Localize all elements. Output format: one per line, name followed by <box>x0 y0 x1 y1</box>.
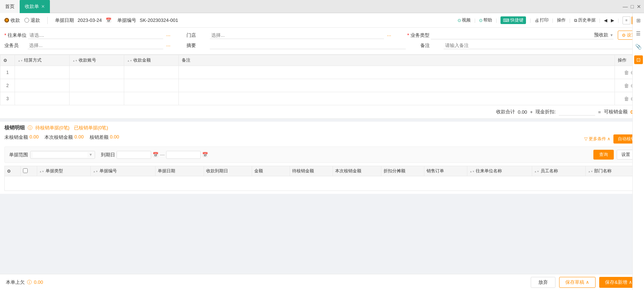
calendar-icon[interactable]: 📅 <box>106 17 111 23</box>
nav-next-btn[interactable]: ▶ <box>611 18 614 23</box>
shortcut-btn[interactable]: ⌨ 快捷键 <box>500 16 526 24</box>
abandon-btn[interactable]: 放弃 <box>531 277 555 288</box>
total-label: 收款合计 <box>496 109 515 115</box>
bth-check[interactable] <box>21 166 37 176</box>
sort-type-icon[interactable]: ▲▼ <box>39 170 44 173</box>
range-input[interactable] <box>33 152 87 157</box>
partner-more-btn[interactable]: ··· <box>165 32 172 38</box>
refund-label: 退款 <box>31 17 40 24</box>
sidebar-panel-icon[interactable]: ⊡ <box>634 55 643 64</box>
print-btn[interactable]: 🖨 打印 <box>535 17 549 23</box>
th-settings[interactable]: ⚙ <box>0 55 15 66</box>
staff-input[interactable] <box>28 42 163 49</box>
business-type-input[interactable] <box>431 32 593 39</box>
row-3-delete-icon[interactable]: 🗑 <box>624 96 629 102</box>
operation-label: 操作 <box>557 17 566 23</box>
partner-group: 往来单位 ··· <box>4 32 172 39</box>
date-to-input[interactable]: 2022-04-12 <box>166 151 201 159</box>
sort-staff-icon[interactable]: ▲▼ <box>534 170 539 173</box>
row-2-amount[interactable] <box>124 79 179 92</box>
sort-partner-icon[interactable]: ▲▼ <box>470 170 475 173</box>
range-select[interactable]: ▼ <box>30 151 95 159</box>
prev-info-icon[interactable]: ⓘ <box>27 279 32 286</box>
pending-tab[interactable]: 待核销单据(0笔) <box>35 125 70 131</box>
row-3-amount[interactable] <box>124 92 179 105</box>
sort-dept-icon[interactable]: ▲▼ <box>588 170 593 173</box>
partner-input[interactable] <box>28 32 164 39</box>
th-payment: ▲▼ 结算方式 <box>15 55 70 66</box>
th-account-label: 收款账号 <box>79 58 96 63</box>
business-type-group: 业务类型 预收款 ▼ <box>407 31 613 39</box>
receipt-radio[interactable]: 收款 <box>4 17 20 24</box>
select-all-checkbox[interactable] <box>23 168 28 173</box>
row-1-note[interactable] <box>179 66 615 79</box>
bth-sales: 销售订单 <box>424 166 467 176</box>
sidebar-list-icon[interactable]: ☰ <box>634 29 643 38</box>
verify-stats-row: 未核销金额 0.00 本次核销金额 0.00 核销差额 0.00 ▽ 更多条件 … <box>4 134 640 144</box>
prev-label: 本单上欠 <box>6 279 25 286</box>
summary-input[interactable] <box>210 42 406 49</box>
row-2-delete-icon[interactable]: 🗑 <box>624 83 629 89</box>
discount-input[interactable] <box>559 108 595 115</box>
close-icon[interactable]: ✕ <box>637 4 641 9</box>
minimize-icon[interactable]: — <box>623 4 628 9</box>
empty-cell <box>5 176 640 191</box>
row-1-account[interactable] <box>70 66 124 79</box>
sort-no-icon[interactable]: ▲▼ <box>93 170 98 173</box>
draft-arrow-icon: ∧ <box>586 279 589 285</box>
row-2-account[interactable] <box>70 79 124 92</box>
history-btn[interactable]: ⧉ 历史单据 <box>574 17 596 23</box>
operation-btn[interactable]: 操作 <box>557 17 566 23</box>
sidebar-attachment-icon[interactable]: 📎 <box>634 42 643 51</box>
maximize-icon[interactable]: □ <box>631 4 634 9</box>
tab-receipt[interactable]: 收款单 ✕ <box>20 0 50 13</box>
layout-list-btn[interactable]: ≡ <box>623 16 631 24</box>
row-3-payment[interactable] <box>15 92 70 105</box>
row-1-payment[interactable] <box>15 66 70 79</box>
date-range-dash: — <box>160 152 165 157</box>
bill-date-value: 2023-03-24 <box>78 17 102 23</box>
tab-home[interactable]: 首页 <box>0 0 20 13</box>
bth-type-label: 单据类型 <box>46 168 63 173</box>
help-btn[interactable]: ⊙ 帮助 <box>479 17 492 23</box>
date-from-icon[interactable]: 📅 <box>153 152 158 157</box>
help-label: 帮助 <box>483 17 492 23</box>
bth-settings[interactable]: ⚙ <box>5 166 21 176</box>
divider-1 <box>47 17 48 24</box>
bottom-table: ⚙ ▲▼ 单据类型 ▲▼ 单据编号 单据日期 收款到期日 <box>4 166 640 191</box>
video-btn[interactable]: ⊙ 视频 <box>458 17 471 23</box>
tab-bar: 首页 收款单 ✕ — □ ✕ <box>0 0 644 13</box>
sort-payment-icon[interactable]: ▲▼ <box>18 59 23 62</box>
row-2-note[interactable] <box>179 79 615 92</box>
row-2-payment[interactable] <box>15 79 70 92</box>
sidebar-grid-icon[interactable]: ⊞ <box>634 16 643 25</box>
shop-more-btn[interactable]: ··· <box>385 32 393 38</box>
verify-info-icon[interactable]: ⓘ <box>28 125 32 131</box>
sort-account-icon[interactable]: ▲▼ <box>72 59 78 62</box>
due-date-label: 到期日 <box>101 152 115 158</box>
more-conditions-btn[interactable]: ▽ 更多条件 ∧ <box>584 136 610 142</box>
business-type-select[interactable]: 预收款 ▼ <box>431 31 613 39</box>
row-1-amount[interactable] <box>124 66 179 79</box>
date-to-icon[interactable]: 📅 <box>202 152 208 157</box>
note-input[interactable] <box>444 42 640 49</box>
draft-btn[interactable]: 保存草稿 ∧ <box>559 277 596 288</box>
page-footer: 本单上欠 ⓘ 0.00 放弃 保存草稿 ∧ 保存&新增 ∧ <box>0 274 644 290</box>
row-num-1: 1 <box>0 66 15 79</box>
sort-amount-icon[interactable]: ▲▼ <box>127 59 132 62</box>
shop-input[interactable] <box>210 32 384 39</box>
nav-prev-btn[interactable]: ◀ <box>604 18 607 23</box>
completed-tab[interactable]: 已核销单据(0笔) <box>74 125 108 131</box>
refund-radio[interactable]: 退款 <box>24 17 40 24</box>
history-icon: ⧉ <box>574 18 577 23</box>
query-btn[interactable]: 查询 <box>593 150 614 160</box>
row-3-note[interactable] <box>179 92 615 105</box>
row-1-delete-icon[interactable]: 🗑 <box>624 70 629 75</box>
date-from-input[interactable]: 2022-04-01 <box>117 151 151 159</box>
toolbar-right: ⊙ 视频 | ⊙ 帮助 | ⌨ 快捷键 | 🖨 打印 | 操作 | <box>458 16 640 24</box>
tab-close-icon[interactable]: ✕ <box>41 4 45 9</box>
staff-more-btn[interactable]: ··· <box>165 43 172 48</box>
row-3-account[interactable] <box>70 92 124 105</box>
stat-unverified-label: 未核销金额 <box>4 134 28 141</box>
range-label: 单据范围 <box>9 152 28 158</box>
